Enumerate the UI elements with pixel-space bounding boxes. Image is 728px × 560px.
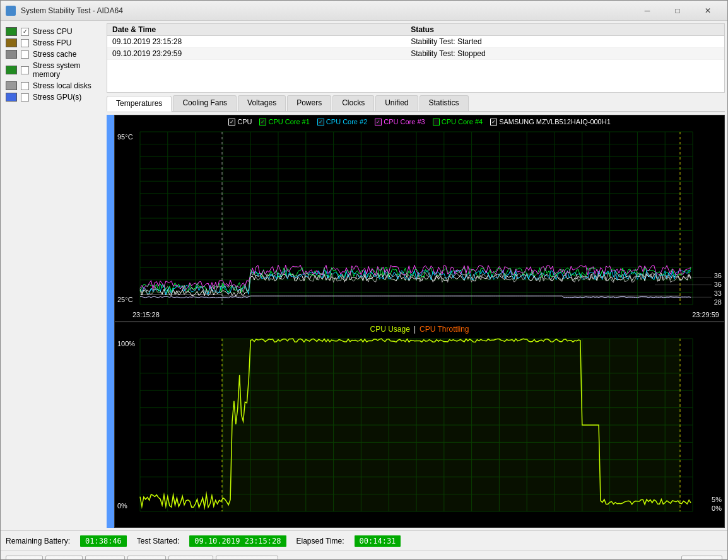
stress-item-stress-memory: Stress system memory: [6, 60, 102, 80]
maximize-button[interactable]: □: [663, 1, 692, 20]
legend-samsung-mzvlb512haiq-000h1: SAMSUNG MZVLB512HAIQ-000H1: [490, 118, 611, 125]
stress-icon-stress-fpu: [6, 38, 17, 47]
stress-item-stress-fpu: Stress FPU: [6, 37, 102, 49]
stress-item-stress-local: Stress local disks: [6, 80, 102, 91]
temp-y-values-right: 36363328: [714, 272, 722, 306]
tab-cooling-fans[interactable]: Cooling Fans: [173, 95, 237, 111]
usage-y-values-right: 5%0%: [712, 496, 722, 512]
legend-cpu-core--3: CPU Core #3: [375, 118, 425, 125]
charts-area: CPU CPU Core #1 CPU Core #2 CPU Core #3 …: [114, 115, 725, 528]
test-started-label: Test Started:: [137, 537, 179, 545]
tab-content-area: CPU CPU Core #1 CPU Core #2 CPU Core #3 …: [107, 115, 725, 528]
title-controls: ─ □ ✕: [633, 1, 722, 20]
col-status: Status: [406, 24, 724, 36]
stress-label-stress-fpu: Stress FPU: [33, 38, 71, 47]
usage-y-top: 100%: [117, 340, 135, 347]
stop-button[interactable]: Stop: [45, 556, 83, 561]
log-table: Date & Time Status 09.10.2019 23:15:28St…: [107, 23, 725, 93]
legend-cpu-core--2: CPU Core #2: [317, 118, 367, 125]
usage-y-bottom: 0%: [117, 502, 127, 510]
stress-checkbox-stress-gpu[interactable]: [21, 93, 29, 102]
legend-cpu-core--1: CPU Core #1: [259, 118, 309, 125]
usage-y-val: 5%: [712, 496, 722, 503]
stress-checkbox-stress-cache[interactable]: [21, 50, 29, 59]
close-button[interactable]: Close: [681, 556, 722, 561]
stress-checkbox-stress-local[interactable]: [21, 82, 29, 90]
temp-y-val: 33: [714, 289, 722, 297]
title-bar: System Stability Test - AIDA64 ─ □ ✕: [1, 1, 727, 21]
stress-label-stress-memory: Stress system memory: [33, 61, 102, 79]
col-datetime: Date & Time: [107, 24, 406, 36]
usage-chart-canvas: [115, 322, 724, 528]
temp-x-right: 23:29:59: [692, 311, 719, 318]
tab-temperatures[interactable]: Temperatures: [107, 96, 172, 112]
stress-label-stress-gpu: Stress GPU(s): [33, 93, 81, 102]
stress-icon-stress-gpu: [6, 93, 17, 102]
remaining-battery-label: Remaining Battery:: [6, 537, 70, 545]
temp-chart-canvas: [115, 115, 724, 321]
stress-icon-stress-cache: [6, 50, 17, 59]
save-button[interactable]: Save: [127, 556, 166, 561]
legend-cpu-core--4: CPU Core #4: [433, 118, 483, 125]
stress-item-stress-cpu: Stress CPU: [6, 26, 102, 37]
test-started-value: 09.10.2019 23:15:28: [189, 535, 286, 547]
right-panel: Date & Time Status 09.10.2019 23:15:28St…: [107, 23, 725, 528]
remaining-battery-value: 01:38:46: [80, 535, 127, 547]
preferences-button[interactable]: Preferences: [216, 556, 278, 561]
tab-statistics[interactable]: Statistics: [420, 95, 469, 111]
clear-button[interactable]: Clear: [85, 556, 125, 561]
usage-separator: |: [414, 325, 416, 334]
stress-label-stress-cpu: Stress CPU: [33, 27, 73, 36]
start-button[interactable]: Start: [6, 556, 43, 561]
bottom-status-bar: Remaining Battery: 01:38:46 Test Started…: [1, 530, 727, 551]
tab-unified[interactable]: Unified: [375, 95, 418, 111]
minimize-button[interactable]: ─: [633, 1, 662, 20]
temp-x-left: 23:15:28: [132, 311, 160, 318]
log-row: 09.10.2019 23:15:28Stability Test: Start…: [107, 36, 724, 48]
usage-title: CPU Usage: [370, 325, 410, 334]
cpuid-button[interactable]: CPUID: [168, 556, 213, 561]
tabs-bar: TemperaturesCooling FansVoltagesPowersCl…: [107, 95, 725, 112]
elapsed-time-label: Elapsed Time:: [296, 537, 344, 545]
temp-y-bottom: 25°C: [117, 296, 133, 303]
tab-voltages[interactable]: Voltages: [238, 95, 286, 111]
tab-scroll-indicator: [107, 115, 114, 528]
stress-icon-stress-cpu: [6, 27, 17, 36]
tab-powers[interactable]: Powers: [287, 95, 331, 111]
elapsed-time-value: 00:14:31: [355, 535, 401, 547]
stress-checkbox-stress-memory[interactable]: [21, 66, 29, 74]
stress-label-stress-local: Stress local disks: [33, 81, 91, 90]
log-datetime: 09.10.2019 23:29:59: [107, 48, 406, 60]
stress-checkbox-stress-cpu[interactable]: [21, 28, 29, 36]
stress-label-stress-cache: Stress cache: [33, 50, 76, 59]
button-bar: Start Stop Clear Save CPUID Preferences …: [1, 551, 727, 560]
log-row: 09.10.2019 23:29:59Stability Test: Stopp…: [107, 48, 724, 60]
left-panel: Stress CPU Stress FPU Stress cache Stres…: [3, 23, 104, 528]
stress-checkbox-stress-fpu[interactable]: [21, 39, 29, 47]
window-title: System Stability Test - AIDA64: [21, 6, 628, 15]
log-status: Stability Test: Started: [406, 36, 724, 48]
temp-chart-legend: CPU CPU Core #1 CPU Core #2 CPU Core #3 …: [115, 118, 724, 125]
log-status: Stability Test: Stopped: [406, 48, 724, 60]
stress-icon-stress-memory: [6, 66, 17, 74]
app-icon: [6, 6, 16, 16]
usage-chart-legend: CPU Usage | CPU Throttling: [115, 325, 724, 334]
temp-y-top: 95°C: [117, 133, 133, 141]
temp-y-val: 28: [714, 298, 722, 306]
temp-chart-container: CPU CPU Core #1 CPU Core #2 CPU Core #3 …: [114, 115, 725, 322]
tab-clocks[interactable]: Clocks: [332, 95, 374, 111]
temp-y-val: 36: [714, 272, 722, 279]
legend-cpu: CPU: [228, 118, 252, 125]
temp-y-val: 36: [714, 281, 722, 288]
log-datetime: 09.10.2019 23:15:28: [107, 36, 406, 48]
usage-chart-container: CPU Usage | CPU Throttling 100% 0% 5%0%: [114, 322, 725, 528]
stress-item-stress-gpu: Stress GPU(s): [6, 91, 102, 103]
close-window-button[interactable]: ✕: [693, 1, 722, 20]
stress-item-stress-cache: Stress cache: [6, 49, 102, 60]
throttling-title: CPU Throttling: [420, 325, 469, 334]
usage-y-val: 0%: [712, 505, 722, 512]
stress-icon-stress-local: [6, 81, 17, 90]
